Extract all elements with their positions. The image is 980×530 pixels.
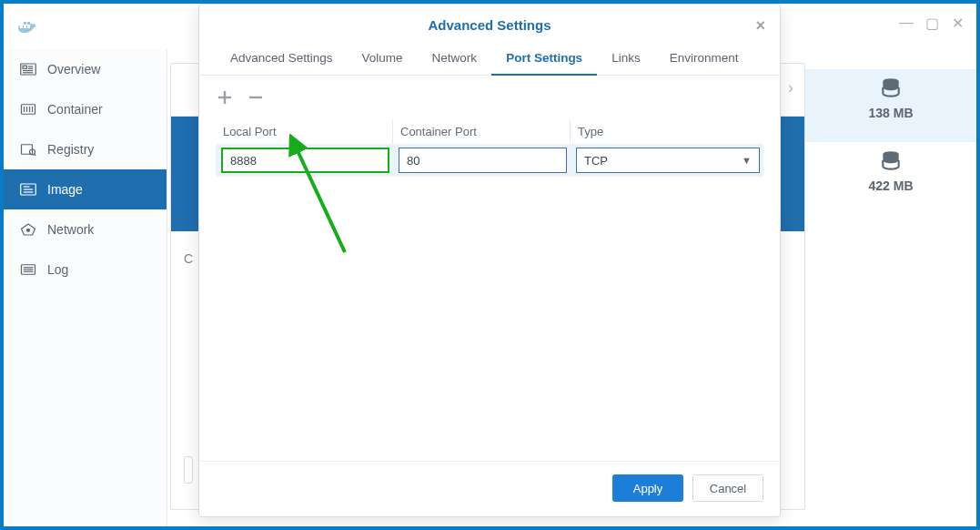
network-icon <box>20 222 36 237</box>
sidebar-item-registry[interactable]: Registry <box>4 129 167 169</box>
sidebar-item-label: Network <box>47 222 94 237</box>
sidebar-item-label: Image <box>47 182 83 197</box>
sidebar-item-image[interactable]: Image <box>4 169 167 209</box>
docker-whale-icon <box>16 15 38 37</box>
sidebar-item-log[interactable]: Log <box>4 250 167 290</box>
log-icon <box>20 262 36 277</box>
port-settings-table: Local Port Container Port Type TCP ▼ <box>216 119 763 177</box>
back-window-next-icon[interactable]: › <box>788 78 793 97</box>
image-icon <box>20 182 36 197</box>
back-label-c: C <box>184 251 193 266</box>
window-close-icon[interactable]: ✕ <box>951 16 964 29</box>
remove-row-icon[interactable] <box>247 88 265 107</box>
modal-tabs: Advanced Settings Volume Network Port Se… <box>199 44 780 76</box>
close-icon[interactable]: × <box>755 16 765 36</box>
sidebar-item-label: Overview <box>47 62 100 76</box>
window-minimize-icon[interactable]: — <box>900 16 913 29</box>
column-header-container-port[interactable]: Container Port <box>393 119 571 144</box>
cancel-button[interactable]: Cancel <box>692 474 763 502</box>
tab-port-settings[interactable]: Port Settings <box>491 44 597 76</box>
image-size-value: 422 MB <box>868 178 913 193</box>
image-size-card[interactable]: 138 MB <box>805 69 976 142</box>
back-button-stub <box>184 456 193 484</box>
apply-button[interactable]: Apply <box>612 474 683 502</box>
column-header-local-port[interactable]: Local Port <box>216 119 393 144</box>
type-select[interactable]: TCP ▼ <box>576 148 760 173</box>
sidebar-item-label: Registry <box>47 142 94 157</box>
svg-rect-1 <box>23 66 27 68</box>
type-select-value: TCP <box>584 154 608 168</box>
modal-title: Advanced Settings × <box>199 5 780 44</box>
svg-point-19 <box>27 229 30 231</box>
modal-title-text: Advanced Settings <box>428 17 551 33</box>
image-size-card[interactable]: 422 MB <box>805 142 976 215</box>
sidebar-item-container[interactable]: Container <box>4 89 167 129</box>
port-row[interactable]: TCP ▼ <box>216 144 763 177</box>
container-icon <box>20 102 36 117</box>
local-port-input[interactable] <box>221 148 389 173</box>
add-row-icon[interactable] <box>216 88 234 107</box>
sidebar: Overview Container Registry Image Networ… <box>4 49 167 526</box>
overview-icon <box>20 62 36 76</box>
sidebar-item-overview[interactable]: Overview <box>4 49 167 89</box>
tab-advanced-settings[interactable]: Advanced Settings <box>216 44 348 75</box>
tab-network[interactable]: Network <box>418 44 492 75</box>
column-header-type[interactable]: Type <box>571 119 763 144</box>
tab-environment[interactable]: Environment <box>655 44 753 75</box>
advanced-settings-modal: Advanced Settings × Advanced Settings Vo… <box>198 4 781 517</box>
tab-volume[interactable]: Volume <box>348 44 418 75</box>
container-port-input[interactable] <box>399 148 567 173</box>
sidebar-item-network[interactable]: Network <box>4 209 167 250</box>
sidebar-item-label: Container <box>47 102 103 117</box>
image-size-value: 138 MB <box>868 106 913 120</box>
svg-line-13 <box>34 154 35 156</box>
sidebar-item-label: Log <box>47 262 68 277</box>
registry-icon <box>20 142 36 157</box>
window-maximize-icon[interactable]: ▢ <box>925 16 938 29</box>
database-icon <box>879 76 903 100</box>
database-icon <box>879 149 903 173</box>
chevron-down-icon: ▼ <box>742 155 752 166</box>
svg-rect-6 <box>22 105 35 115</box>
tab-links[interactable]: Links <box>597 44 655 75</box>
right-info-column: 138 MB 422 MB <box>805 69 976 215</box>
